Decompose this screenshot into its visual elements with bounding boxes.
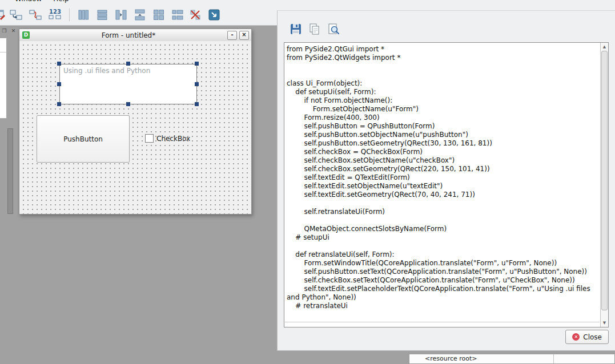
horizontal-scrollbar[interactable] bbox=[285, 322, 600, 322]
selection-handle-mid-right[interactable] bbox=[195, 82, 199, 86]
code-view[interactable]: from PySide2.QtGui import * from PySide2… bbox=[284, 42, 609, 327]
resource-root-item[interactable]: <resource root> bbox=[425, 355, 477, 362]
designer-form-icon: D bbox=[22, 31, 30, 39]
layout-form-icon[interactable] bbox=[171, 8, 184, 22]
close-button-label: Close bbox=[583, 333, 602, 341]
dock-splitter-edge[interactable] bbox=[7, 128, 13, 214]
resource-panel-divider bbox=[553, 354, 554, 363]
selection-handle-top-right[interactable] bbox=[195, 62, 199, 66]
checkbox-label: CheckBox bbox=[156, 135, 190, 143]
adjust-size-icon[interactable] bbox=[207, 8, 221, 22]
menubar: Window Help bbox=[0, 0, 137, 3]
edit-buddies-icon[interactable] bbox=[29, 8, 42, 22]
menu-window[interactable]: Window bbox=[15, 0, 42, 3]
selection-handle-bottom-left[interactable] bbox=[57, 102, 61, 106]
menu-help[interactable]: Help bbox=[53, 0, 69, 3]
close-circle-icon: ✕ bbox=[572, 333, 580, 341]
selection-handle-top-center[interactable] bbox=[126, 62, 130, 66]
close-button[interactable]: × bbox=[239, 31, 249, 40]
qt-designer-window: Window Help 123 bbox=[0, 0, 615, 364]
selection-handle-top-left[interactable] bbox=[57, 62, 61, 66]
dock-titlebar-buttons: ❐ ✕ bbox=[1, 27, 17, 34]
vertical-scrollbar[interactable]: ▲ ▼ bbox=[600, 43, 608, 327]
layout-horizontally-icon[interactable] bbox=[77, 8, 90, 22]
textedit-widget[interactable]: Using .ui files and Python bbox=[59, 64, 197, 104]
selection-handle-bottom-right[interactable] bbox=[195, 102, 199, 106]
find-icon[interactable] bbox=[327, 22, 340, 36]
pushbutton-label: PushButton bbox=[63, 135, 103, 143]
checkbox-widget[interactable]: CheckBox bbox=[145, 127, 203, 150]
copy-icon[interactable] bbox=[308, 22, 321, 36]
dock-float-icon[interactable]: ❐ bbox=[1, 27, 8, 34]
toolbar-separator bbox=[69, 9, 70, 21]
selection-handle-mid-left[interactable] bbox=[57, 82, 61, 86]
layout-vertically-icon[interactable] bbox=[95, 8, 109, 22]
code-preview-dialog: from PySide2.QtGui import * from PySide2… bbox=[277, 10, 615, 351]
scroll-down-icon[interactable]: ▼ bbox=[601, 319, 608, 326]
edit-widgets-icon[interactable] bbox=[0, 8, 7, 22]
scrollbar-thumb[interactable] bbox=[601, 51, 608, 310]
form-window-titlebar[interactable]: D Form - untitled* - × bbox=[19, 29, 251, 42]
checkbox-box-icon[interactable] bbox=[145, 134, 154, 143]
minimize-button[interactable]: - bbox=[227, 31, 237, 40]
layout-horizontally-splitter-icon[interactable] bbox=[114, 8, 128, 22]
form-canvas[interactable]: Using .ui files and Python PushButton Ch… bbox=[19, 41, 251, 214]
selection-handle-bottom-center[interactable] bbox=[126, 102, 130, 106]
form-window-title: Form - untitled* bbox=[30, 31, 227, 39]
layout-vertically-splitter-icon[interactable] bbox=[133, 8, 147, 22]
resource-browser: <resource root> bbox=[409, 354, 615, 364]
code-text[interactable]: from PySide2.QtGui import * from PySide2… bbox=[284, 43, 600, 320]
edit-tab-order-icon[interactable]: 123 bbox=[48, 8, 62, 22]
edit-signals-slots-icon[interactable] bbox=[9, 8, 23, 22]
widget-box-divider bbox=[0, 52, 6, 52]
layout-grid-icon[interactable] bbox=[152, 8, 166, 22]
tab-order-numbers: 123 bbox=[49, 9, 61, 15]
dialog-toolbar bbox=[289, 22, 340, 36]
dock-close-icon[interactable]: ✕ bbox=[10, 27, 17, 34]
save-icon[interactable] bbox=[289, 22, 303, 36]
scroll-up-icon[interactable]: ▲ bbox=[601, 43, 608, 50]
pushbutton-widget[interactable]: PushButton bbox=[37, 115, 130, 163]
form-editor-window: D Form - untitled* - × Using .ui files a… bbox=[19, 29, 252, 215]
widget-box-edge bbox=[0, 38, 7, 119]
break-layout-icon[interactable] bbox=[188, 8, 202, 22]
close-dialog-button[interactable]: ✕ Close bbox=[565, 330, 609, 344]
